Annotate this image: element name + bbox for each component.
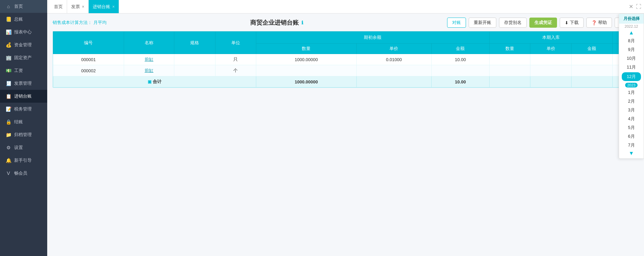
month-8[interactable]: 8月 bbox=[619, 36, 644, 45]
window-close-button[interactable]: ✕ bbox=[629, 3, 633, 10]
sidebar-item-tax[interactable]: 📝 税务管理 bbox=[0, 103, 47, 116]
table-total-row: ▣ 合计 1000.00000 10.00 bbox=[53, 76, 638, 87]
invoice-mgmt-icon: 🧾 bbox=[5, 81, 11, 86]
month-9[interactable]: 9月 bbox=[619, 45, 644, 54]
col-id: 编号 bbox=[53, 32, 124, 54]
help-icon: ❓ bbox=[591, 20, 597, 25]
month-11[interactable]: 11月 bbox=[619, 63, 644, 72]
purchase-icon: 📋 bbox=[5, 94, 11, 99]
sidebar-item-settings[interactable]: ⚙ 设置 bbox=[0, 141, 47, 154]
cell-amount-init-2 bbox=[431, 65, 489, 76]
col-name: 名称 bbox=[124, 32, 174, 54]
salary-icon: 💵 bbox=[5, 68, 11, 73]
info-icon[interactable]: ℹ bbox=[301, 20, 303, 25]
ledger-table-container: 编号 名称 规格 单位 期初余额 本期入库 数 数量 单价 金额 数量 单价 bbox=[53, 31, 639, 88]
window-maximize-button[interactable]: ⛶ bbox=[636, 4, 641, 10]
total-amount-in bbox=[571, 76, 612, 87]
tab-home[interactable]: 首页 bbox=[50, 0, 67, 13]
tab-invoice-close[interactable]: × bbox=[82, 4, 84, 9]
month-10[interactable]: 10月 bbox=[619, 54, 644, 63]
generate-voucher-button[interactable]: 生成凭证 bbox=[529, 18, 557, 28]
total-price-init bbox=[356, 76, 431, 87]
help-button[interactable]: ❓ 帮助 bbox=[586, 18, 612, 28]
content-area: 销售成本计算方法： 月平均 商贸企业进销台账 ℹ 对账 重新开账 存货别名 生成… bbox=[47, 14, 644, 256]
sidebar-item-invoice-mgmt[interactable]: 🧾 发票管理 bbox=[0, 77, 47, 90]
close-accounts-icon: 🔒 bbox=[5, 119, 11, 125]
cell-id-2: 000002 bbox=[53, 65, 124, 76]
sidebar-item-report[interactable]: 📊 报表中心 bbox=[0, 26, 47, 39]
sidebar-item-finance[interactable]: 💰 资金管理 bbox=[0, 39, 47, 51]
total-qty-in bbox=[489, 76, 530, 87]
assets-icon: 🏢 bbox=[5, 55, 11, 60]
sub-qty-init: 数量 bbox=[256, 44, 357, 54]
month-2[interactable]: 2月 bbox=[619, 97, 644, 106]
report-icon: 📊 bbox=[5, 29, 11, 35]
sub-amount-init: 金额 bbox=[431, 44, 489, 54]
save-alias-button[interactable]: 存货别名 bbox=[499, 18, 527, 28]
cell-id-1: 000001 bbox=[53, 54, 124, 65]
cell-spec-2 bbox=[174, 65, 215, 76]
month-1[interactable]: 1月 bbox=[619, 88, 644, 97]
month-panel: 月份选择 2022.12 ▲ 8月 9月 10月 11月 12月 2023 1月… bbox=[619, 14, 644, 159]
cell-price-init-2 bbox=[356, 65, 431, 76]
table-row: 000001 前缸 只 1000.00000 0.01000 10.00 bbox=[53, 54, 638, 65]
month-6[interactable]: 6月 bbox=[619, 132, 644, 141]
month-3[interactable]: 3月 bbox=[619, 106, 644, 114]
cell-spec-1 bbox=[174, 54, 215, 65]
sub-amount-in: 金额 bbox=[571, 44, 612, 54]
sidebar-item-home[interactable]: ⌂ 首页 bbox=[0, 0, 47, 13]
sidebar-item-member[interactable]: V 畅会员 bbox=[0, 167, 47, 180]
year-2022-label: 2022.12 bbox=[619, 24, 644, 29]
tab-purchase-close[interactable]: × bbox=[112, 4, 115, 9]
tax-icon: 📝 bbox=[5, 106, 11, 112]
total-label-cell: ▣ 合计 bbox=[53, 76, 256, 87]
month-12[interactable]: 12月 bbox=[622, 72, 641, 81]
reopen-button[interactable]: 重新开账 bbox=[469, 18, 496, 28]
main-area: 首页 发票 × 进销台账 × ✕ ⛶ 销售成本计算方法： 月平均 商贸企业进销台… bbox=[47, 0, 644, 256]
month-scroll-up[interactable]: ▲ bbox=[619, 29, 644, 36]
total-amount-init: 10.00 bbox=[431, 76, 489, 87]
sidebar-item-guide[interactable]: 🔔 新手引导 bbox=[0, 154, 47, 167]
table-header-top: 编号 名称 规格 单位 期初余额 本期入库 数 bbox=[53, 32, 638, 44]
month-4[interactable]: 4月 bbox=[619, 114, 644, 123]
cost-method: 销售成本计算方法： 月平均 bbox=[53, 20, 107, 26]
month-5[interactable]: 5月 bbox=[619, 123, 644, 132]
tab-invoice[interactable]: 发票 × bbox=[67, 0, 89, 13]
member-icon: V bbox=[5, 171, 11, 176]
guide-icon: 🔔 bbox=[5, 158, 11, 163]
cell-amount-in-2 bbox=[571, 65, 612, 76]
sidebar: ⌂ 首页 📒 总账 📊 报表中心 💰 资金管理 🏢 固定资产 💵 工资 🧾 发票… bbox=[0, 0, 47, 256]
settings-icon: ⚙ bbox=[5, 145, 11, 150]
sidebar-item-close[interactable]: 🔒 结账 bbox=[0, 116, 47, 128]
sidebar-item-purchase[interactable]: 📋 进销台账 bbox=[0, 90, 47, 103]
sidebar-item-ledger[interactable]: 📒 总账 bbox=[0, 13, 47, 26]
cell-amount-in-1 bbox=[571, 54, 612, 65]
home-icon: ⌂ bbox=[5, 4, 11, 9]
sidebar-item-archive[interactable]: 📁 归档管理 bbox=[0, 128, 47, 141]
sidebar-item-salary[interactable]: 💵 工资 bbox=[0, 64, 47, 77]
month-7[interactable]: 7月 bbox=[619, 141, 644, 150]
cell-qty-in-1 bbox=[489, 54, 530, 65]
sub-price-init: 单价 bbox=[356, 44, 431, 54]
tab-purchase-ledger[interactable]: 进销台账 × bbox=[89, 0, 119, 13]
total-price-in bbox=[530, 76, 572, 87]
cell-name-1: 前缸 bbox=[124, 54, 174, 65]
download-icon: ⬇ bbox=[565, 20, 568, 25]
month-scroll-down[interactable]: ▼ bbox=[619, 150, 644, 157]
page-title: 商贸企业进销台账 ℹ bbox=[250, 19, 303, 27]
finance-icon: 💰 bbox=[5, 42, 11, 48]
month-panel-title: 月份选择 bbox=[619, 14, 644, 24]
col-group-inbound: 本期入库 bbox=[489, 32, 612, 44]
cell-amount-init-1: 10.00 bbox=[431, 54, 489, 65]
cell-qty-init-1: 1000.00000 bbox=[256, 54, 357, 65]
sub-qty-in: 数量 bbox=[489, 44, 530, 54]
content-header: 销售成本计算方法： 月平均 商贸企业进销台账 ℹ 对账 重新开账 存货别名 生成… bbox=[53, 18, 639, 28]
col-group-initial: 期初余额 bbox=[256, 32, 490, 44]
archive-icon: 📁 bbox=[5, 132, 11, 137]
cell-price-in-1 bbox=[530, 54, 572, 65]
ledger-icon: 📒 bbox=[5, 17, 11, 22]
download-button[interactable]: ⬇ 下载 bbox=[560, 18, 584, 28]
cell-unit-2: 个 bbox=[215, 65, 256, 76]
sidebar-item-assets[interactable]: 🏢 固定资产 bbox=[0, 51, 47, 64]
reconcile-button[interactable]: 对账 bbox=[447, 18, 466, 28]
